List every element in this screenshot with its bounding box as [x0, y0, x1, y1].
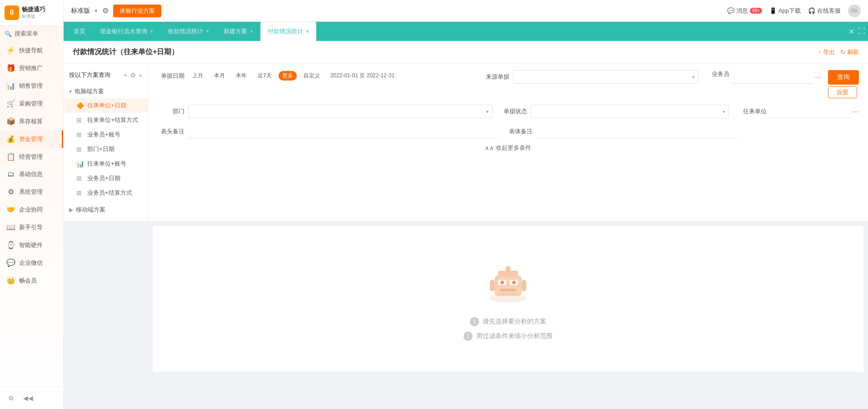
sidebar-item-marketing[interactable]: 🎁 营销推广: [0, 59, 63, 77]
partner-more-btn[interactable]: ···: [852, 107, 859, 116]
header-dropdown-btn[interactable]: ▾: [95, 7, 98, 14]
settings-btn[interactable]: 设置: [828, 86, 857, 98]
filter-status-select[interactable]: ▾: [531, 105, 729, 118]
sidebar-item-guide[interactable]: 📖 新手引导: [0, 218, 63, 236]
scheme-item-agent-account[interactable]: ⊞ 业务员+账号: [64, 127, 148, 142]
sidebar-item-weixin[interactable]: 💬 企业微信: [0, 254, 63, 272]
sidebar-item-purchase[interactable]: 🛒 采购管理: [0, 95, 63, 112]
scheme-agent-date-icon: ⊞: [76, 175, 84, 182]
tab-maximize-btn[interactable]: ⛶: [858, 27, 865, 36]
sidebar-search[interactable]: 🔍 搜索菜单: [0, 26, 63, 41]
page-header: 付款情况统计（往来单位+日期） ↑ 导出 ↻ 刷新: [64, 41, 868, 64]
scheme-partner-date-icon: 🔶: [76, 102, 84, 109]
date-last-month[interactable]: 上月: [188, 70, 207, 81]
tab-new-scheme-close[interactable]: ×: [250, 28, 253, 35]
weixin-icon: 💬: [6, 258, 15, 267]
app-download-btn[interactable]: 📱 App下载: [769, 7, 801, 15]
filter-dept-select[interactable]: ▾: [188, 105, 493, 118]
header-settings-btn[interactable]: ⚙: [102, 6, 109, 15]
query-btn[interactable]: 查询: [828, 70, 859, 85]
app-icon: 📱: [769, 7, 777, 14]
new-scheme-label: 新建方案: [224, 27, 247, 35]
trial-btn[interactable]: 体验行业方案: [113, 5, 161, 17]
filter-date-item: 单据日期 上月 本月 本年 近7天 更多 自定义 2022-01-01 至 20…: [157, 70, 475, 81]
filter-date-group: 上月 本月 本年 近7天 更多 自定义 2022-01-01 至 2022-12…: [188, 70, 475, 81]
tab-new-scheme[interactable]: 新建方案 ×: [216, 22, 260, 41]
logo-icon: 6: [5, 5, 19, 20]
date-this-year[interactable]: 本年: [232, 70, 251, 81]
date-more[interactable]: 更多: [279, 71, 297, 81]
scheme-item-agent-date[interactable]: ⊞ 业务员+日期: [64, 171, 148, 186]
sidebar-item-inventory[interactable]: 📦 库存核算: [0, 112, 63, 130]
date-last-7days[interactable]: 近7天: [254, 70, 276, 81]
export-btn[interactable]: ↑ 导出: [818, 48, 835, 56]
home-label: 首页: [74, 27, 85, 35]
scheme-item-agent-settle[interactable]: ⊞ 业务员+结算方式: [64, 186, 148, 200]
filter-row-3: 表头备注 表体备注: [157, 125, 859, 138]
tab-payment-stats-close[interactable]: ×: [306, 28, 309, 35]
scheme-add-btn[interactable]: +: [124, 71, 127, 79]
status-select-arrow: ▾: [723, 109, 725, 114]
sidebar-bottom: ⚙ ◀◀: [0, 387, 63, 409]
scheme-desktop-header[interactable]: ▾ 电脑端方案: [64, 85, 148, 98]
svg-rect-8: [522, 280, 526, 291]
guide-icon: 📖: [6, 223, 15, 232]
tab-receipt-stats[interactable]: 收款情况统计 ×: [160, 22, 216, 41]
scheme-mobile-arrow: ▶: [69, 207, 73, 213]
filter-body-note-input[interactable]: [536, 125, 738, 138]
scheme-item-partner-account[interactable]: 📊 往来单位+账号: [64, 157, 148, 171]
data-area-left-spacer: [64, 222, 148, 376]
page-actions: ↑ 导出 ↻ 刷新: [818, 48, 859, 56]
tab-payment-stats[interactable]: 付款情况统计 ×: [260, 22, 316, 41]
sidebar-item-hardware[interactable]: ⌚ 智能硬件: [0, 236, 63, 254]
user-avatar[interactable]: Rit: [848, 5, 861, 17]
scheme-agent-settle-icon: ⊞: [76, 189, 84, 197]
scheme-collapse-btn[interactable]: «: [139, 71, 142, 79]
tab-receipt-stats-close[interactable]: ×: [206, 28, 209, 35]
scheme-partner-settle-icon: ⊞: [76, 116, 84, 124]
sidebar-settings-btn[interactable]: ⚙: [5, 392, 17, 404]
quick-nav-icon: ⚡: [6, 46, 15, 55]
date-custom[interactable]: 自定义: [299, 70, 324, 81]
sidebar-collapse-btn[interactable]: ◀◀: [22, 392, 35, 404]
tab-bank-flow[interactable]: 现金银行流水查询 ×: [93, 22, 160, 41]
header-right: 💬 消息 99+ 📱 App下载 🎧 在线客服 Rit: [727, 5, 861, 17]
scheme-panel-actions: + ⚙ «: [124, 71, 142, 79]
scheme-item-partner-settle[interactable]: ⊞ 往来单位+结算方式: [64, 113, 148, 127]
sidebar-item-quick-nav[interactable]: ⚡ 快捷导航: [0, 41, 63, 59]
scheme-settings-btn[interactable]: ⚙: [130, 71, 136, 79]
scheme-item-dept-date[interactable]: ⊞ 部门+日期: [64, 142, 148, 157]
filter-partner-input[interactable]: [768, 105, 850, 118]
scheme-item-partner-date[interactable]: 🔶 往来单位+日期: [64, 98, 148, 113]
svg-point-5: [512, 281, 516, 284]
filter-partner-item: 往来单位 ···: [736, 105, 859, 118]
date-this-month[interactable]: 本月: [210, 70, 229, 81]
online-service-btn[interactable]: 🎧 在线客服: [808, 7, 841, 15]
scheme-partner-account-icon: 📊: [76, 160, 84, 167]
query-settings-group: 查询 设置: [828, 70, 859, 98]
refresh-btn[interactable]: ↻ 刷新: [840, 48, 859, 56]
sidebar-item-basic-info[interactable]: 🗂 基础信息: [0, 166, 63, 183]
filter-dept-item: 部门 ▾: [157, 105, 493, 118]
filter-header-note-input[interactable]: [188, 125, 498, 138]
sidebar-item-cooperation[interactable]: 🤝 企业协同: [0, 201, 63, 218]
filter-agent-input[interactable]: [731, 70, 813, 84]
svg-rect-6: [500, 289, 516, 291]
sidebar-item-operations[interactable]: 📋 经营管理: [0, 148, 63, 166]
finance-icon: 💰: [6, 135, 15, 143]
logo-text: 畅捷通巧 标准版: [22, 6, 45, 20]
agent-more-btn[interactable]: ···: [815, 72, 822, 82]
tab-close-all-btn[interactable]: ✕: [848, 27, 854, 36]
marketing-icon: 🎁: [6, 64, 15, 72]
sidebar-item-sales[interactable]: 📊 销售管理: [0, 77, 63, 95]
sidebar-item-finance[interactable]: 💰 资金管理: [0, 130, 63, 148]
tab-bank-flow-close[interactable]: ×: [150, 28, 153, 35]
scheme-mobile-header[interactable]: ▶ 移动端方案: [64, 203, 148, 217]
tab-home[interactable]: 首页: [66, 22, 93, 41]
sidebar-item-system[interactable]: ⚙ 系统管理: [0, 183, 63, 201]
tab-bar: 首页 现金银行流水查询 × 收款情况统计 × 新建方案 × 付款情况统计 × ✕…: [64, 22, 868, 41]
filter-source-select[interactable]: ▾: [513, 70, 698, 84]
message-btn[interactable]: 💬 消息 99+: [727, 7, 762, 15]
sidebar-item-member[interactable]: 👑 畅会员: [0, 272, 63, 289]
collapse-btn[interactable]: ∧∧ 收起更多条件: [485, 144, 531, 152]
